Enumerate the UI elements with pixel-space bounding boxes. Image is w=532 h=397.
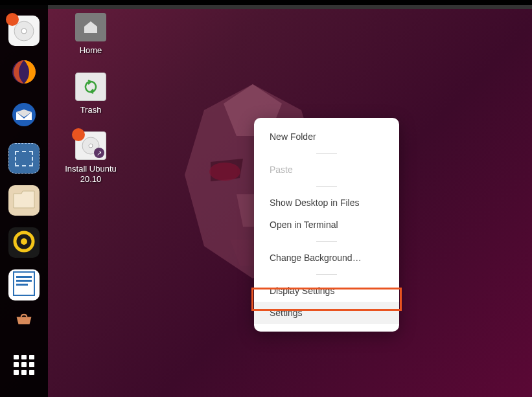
context-menu-open-in-terminal[interactable]: Open in Terminal: [254, 214, 399, 236]
top-panel-black: [0, 0, 532, 5]
files-icon: [12, 190, 36, 212]
show-applications-button[interactable]: [10, 351, 38, 379]
desktop-icon-trash[interactable]: Trash: [75, 73, 106, 115]
desktop-icons-area: Home Trash ↗ Install Ubuntu 20.10: [58, 13, 123, 184]
svg-point-13: [21, 238, 27, 245]
dock: [0, 0, 48, 397]
rhythmbox-icon: [12, 230, 36, 256]
context-menu-new-folder[interactable]: New Folder: [254, 126, 399, 148]
dock-item-rhythmbox[interactable]: [8, 227, 40, 258]
context-menu-separator: [316, 241, 337, 242]
svg-rect-15: [16, 276, 32, 278]
software-center-icon: [11, 312, 37, 328]
top-panel-grey: [0, 5, 532, 9]
link-arrow-icon: ↗: [94, 148, 104, 158]
desktop-icon-label: Trash: [80, 105, 102, 115]
context-menu-separator: [316, 153, 337, 153]
dock-item-software-center[interactable]: [8, 312, 40, 328]
dock-item-ubuntu-installer[interactable]: [8, 16, 40, 46]
context-menu-paste: Paste: [254, 159, 399, 181]
context-menu-display-settings[interactable]: Display Settings: [254, 280, 399, 302]
install-ubuntu-icon: ↗: [75, 131, 106, 160]
dock-item-screenshot[interactable]: [8, 143, 40, 174]
desktop-icon-label: Home: [80, 45, 102, 56]
trash-icon: [75, 73, 106, 101]
writer-icon: [12, 271, 36, 299]
home-folder-icon: [75, 13, 106, 41]
dock-item-files[interactable]: [8, 185, 40, 216]
context-menu-change-background[interactable]: Change Background…: [254, 247, 399, 269]
context-menu-separator: [316, 186, 337, 187]
screenshot-icon: [15, 151, 33, 166]
svg-marker-2: [211, 159, 243, 181]
dock-item-firefox[interactable]: [8, 58, 40, 89]
context-menu-separator: [316, 274, 337, 275]
dock-item-thunderbird[interactable]: [8, 100, 40, 131]
thunderbird-icon: [10, 100, 38, 131]
context-menu-show-desktop-in-files[interactable]: Show Desktop in Files: [254, 192, 399, 214]
svg-rect-17: [16, 284, 28, 286]
context-menu-settings[interactable]: Settings: [254, 302, 399, 324]
desktop-icon-label: Install Ubuntu 20.10: [65, 164, 117, 184]
dock-item-libreoffice-writer[interactable]: [8, 269, 40, 300]
desktop-icon-home[interactable]: Home: [75, 13, 106, 56]
desktop-context-menu: New Folder Paste Show Desktop in Files O…: [254, 118, 399, 332]
svg-point-4: [209, 163, 240, 181]
ubuntu-badge-icon: [6, 13, 19, 26]
desktop-icon-install-ubuntu[interactable]: ↗ Install Ubuntu 20.10: [65, 131, 117, 184]
svg-point-9: [21, 28, 27, 34]
firefox-icon: [10, 58, 38, 89]
svg-point-19: [89, 144, 93, 148]
svg-rect-16: [16, 280, 32, 282]
